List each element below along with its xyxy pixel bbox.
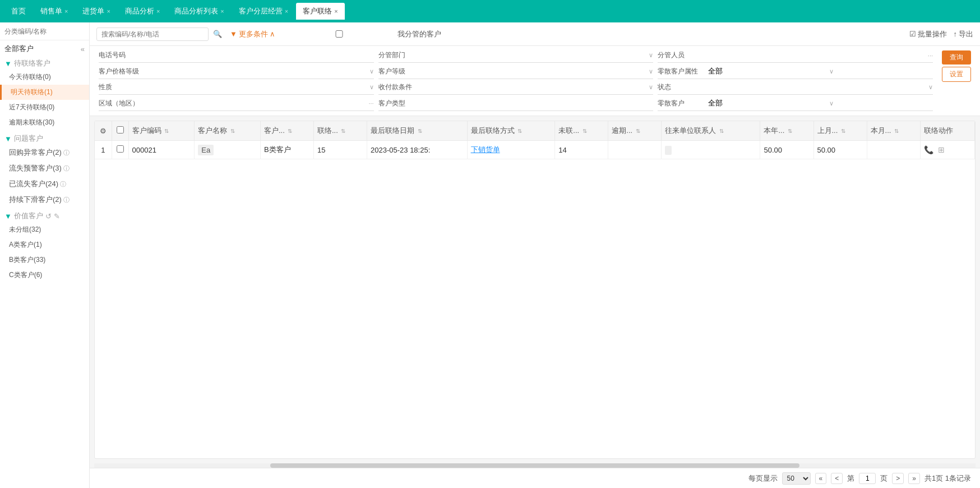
toolbar-search-icon[interactable]: 🔍 bbox=[213, 30, 222, 38]
last-method-link[interactable]: 下销货单 bbox=[471, 145, 500, 154]
price-level-dropdown-icon[interactable]: ∨ bbox=[369, 68, 374, 75]
sort-contacts-icon: ⇅ bbox=[341, 128, 345, 134]
nav-customer-contact[interactable]: 客户联络 × bbox=[296, 3, 344, 20]
filter-nature-input[interactable] bbox=[147, 84, 366, 91]
customer-level-dropdown-icon[interactable]: ∨ bbox=[649, 68, 653, 75]
sidebar-item-churned[interactable]: 已流失客户(24) ⓘ bbox=[0, 176, 89, 192]
horizontal-scrollbar[interactable] bbox=[94, 463, 976, 468]
status-dropdown-icon[interactable]: ∨ bbox=[928, 84, 933, 91]
sidebar-item-tomorrow[interactable]: 明天待联络(1) bbox=[0, 85, 89, 100]
col-name[interactable]: 客户名称 ⇅ bbox=[195, 121, 261, 141]
export-btn[interactable]: ↑ 导出 bbox=[954, 29, 974, 39]
payment-dropdown-icon[interactable]: ∨ bbox=[649, 84, 653, 91]
setting-button[interactable]: 设置 bbox=[942, 67, 971, 82]
close-customer-contact-icon[interactable]: × bbox=[334, 8, 338, 15]
nav-sales[interactable]: 销售单 × bbox=[34, 3, 75, 20]
nature-dropdown-icon[interactable]: ∨ bbox=[369, 84, 374, 91]
select-all-checkbox[interactable] bbox=[117, 126, 124, 133]
filter-customer-type-input[interactable] bbox=[427, 99, 654, 107]
more-filter-btn[interactable]: ▼ 更多条件 ∧ bbox=[226, 27, 279, 42]
filter-scattered-attr-input[interactable] bbox=[726, 67, 825, 75]
close-purchase-icon[interactable]: × bbox=[107, 8, 110, 15]
col-last-month[interactable]: 上月... ⇅ bbox=[813, 121, 867, 141]
col-last-date[interactable]: 最后联络日期 ⇅ bbox=[367, 121, 468, 141]
col-checkbox[interactable] bbox=[112, 121, 128, 141]
scrollbar-thumb[interactable] bbox=[270, 463, 799, 468]
sort-last-method-icon: ⇅ bbox=[517, 128, 522, 134]
sidebar-item-overdue[interactable]: 逾期未联络(30) bbox=[0, 115, 89, 130]
person-more-icon[interactable]: ··· bbox=[928, 52, 933, 59]
next-page-btn[interactable]: > bbox=[892, 473, 904, 484]
nav-analysis-list[interactable]: 商品分析列表 × bbox=[168, 3, 230, 20]
nav-analysis[interactable]: 商品分析 × bbox=[118, 3, 167, 20]
sidebar-search-input[interactable] bbox=[4, 27, 89, 35]
col-no-contact[interactable]: 未联... ⇅ bbox=[555, 121, 608, 141]
filter-customer-level-input[interactable] bbox=[427, 67, 646, 75]
query-button[interactable]: 查询 bbox=[942, 50, 971, 65]
sidebar-item-repurchase[interactable]: 回购异常客户(2) ⓘ bbox=[0, 145, 89, 160]
all-customers-section[interactable]: 全部客户 « bbox=[0, 40, 89, 55]
filter-scattered-customer-input[interactable] bbox=[726, 99, 825, 107]
row-last-method[interactable]: 下销货单 bbox=[467, 141, 555, 159]
close-customer-tier-icon[interactable]: × bbox=[285, 8, 288, 15]
region-more-icon[interactable]: ··· bbox=[369, 100, 374, 107]
row-checkbox[interactable] bbox=[112, 141, 128, 159]
close-analysis-icon[interactable]: × bbox=[156, 8, 160, 15]
batch-op-btn[interactable]: ☑ 批量操作 bbox=[909, 29, 947, 39]
col-this-month[interactable]: 本月... ⇅ bbox=[867, 121, 920, 141]
grid-action-icon[interactable]: ⊞ bbox=[938, 145, 945, 154]
sidebar-item-class-b[interactable]: B类客户(33) bbox=[0, 252, 89, 268]
close-analysis-list-icon[interactable]: × bbox=[220, 8, 224, 15]
pagination-bar: 每页显示 50 100 200 « < 第 页 > » 共1页 1条记录 bbox=[90, 468, 980, 488]
sidebar-item-class-c[interactable]: C类客户(6) bbox=[0, 268, 89, 283]
col-last-method[interactable]: 最后联络方式 ⇅ bbox=[467, 121, 555, 141]
filter-dept-input[interactable] bbox=[427, 52, 646, 59]
sidebar-item-churn-risk[interactable]: 流失预警客户(3) ⓘ bbox=[0, 160, 89, 176]
per-page-select[interactable]: 50 100 200 bbox=[782, 472, 811, 485]
sidebar-item-class-a[interactable]: A类客户(1) bbox=[0, 237, 89, 252]
edit-value-icon[interactable]: ✎ bbox=[54, 212, 60, 220]
col-this-year[interactable]: 本年... ⇅ bbox=[760, 121, 813, 141]
my-customers-checkbox[interactable] bbox=[283, 30, 395, 38]
col-code[interactable]: 客户编码 ⇅ bbox=[128, 121, 195, 141]
first-page-btn[interactable]: « bbox=[815, 473, 827, 484]
col-contacts-person[interactable]: 往来单位联系人 ⇅ bbox=[662, 121, 760, 141]
sidebar-item-today[interactable]: 今天待联络(0) bbox=[0, 70, 89, 85]
row-last-date: 2023-05-23 18:25: bbox=[367, 141, 468, 159]
refresh-icon[interactable]: ↺ bbox=[45, 212, 52, 220]
last-page-btn[interactable]: » bbox=[908, 473, 920, 484]
nav-customer-tier[interactable]: 客户分层经营 × bbox=[232, 3, 295, 20]
filter-person-input[interactable] bbox=[706, 52, 924, 59]
scattered-customer-dropdown-icon[interactable]: ∨ bbox=[829, 100, 834, 107]
gear-icon[interactable]: ⚙ bbox=[100, 127, 107, 135]
row-select-checkbox[interactable] bbox=[117, 145, 124, 153]
col-overdue[interactable]: 逾期... ⇅ bbox=[608, 121, 662, 141]
all-customers-collapse-icon[interactable]: « bbox=[81, 45, 85, 53]
filter-payment-input[interactable] bbox=[427, 84, 646, 91]
filter-price-level-input[interactable] bbox=[147, 67, 366, 75]
scattered-attr-dropdown-icon[interactable]: ∨ bbox=[829, 68, 834, 75]
sidebar-item-week[interactable]: 近7天待联络(0) bbox=[0, 100, 89, 115]
filter-scattered-attr-value: 全部 bbox=[708, 66, 723, 76]
dept-dropdown-icon[interactable]: ∨ bbox=[649, 52, 653, 59]
sidebar-item-declining[interactable]: 持续下滑客户(2) ⓘ bbox=[0, 192, 89, 208]
filter-region-input[interactable] bbox=[147, 99, 366, 107]
batch-op-icon: ☑ bbox=[909, 30, 916, 38]
filter-status-input[interactable] bbox=[706, 84, 925, 91]
close-sales-icon[interactable]: × bbox=[64, 8, 68, 15]
col-type[interactable]: 客户... ⇅ bbox=[260, 121, 313, 141]
page-input[interactable] bbox=[859, 473, 876, 484]
col-gear[interactable]: ⚙ bbox=[95, 121, 112, 141]
nav-home[interactable]: 首页 bbox=[4, 3, 33, 20]
sidebar-item-ungrouped[interactable]: 未分组(32) bbox=[0, 222, 89, 237]
my-customers-checkbox-label[interactable]: 我分管的客户 bbox=[283, 29, 441, 39]
col-contacts[interactable]: 联络... ⇅ bbox=[314, 121, 367, 141]
search-input[interactable] bbox=[96, 27, 209, 41]
phone-action-icon[interactable]: 📞 bbox=[924, 145, 933, 154]
filter-phone-input[interactable] bbox=[147, 52, 374, 59]
nav-purchase[interactable]: 进货单 × bbox=[76, 3, 117, 20]
prev-page-btn[interactable]: < bbox=[831, 473, 843, 484]
filter-panel: 电话号码 分管部门 ∨ 分管人员 ··· bbox=[90, 46, 980, 116]
problem-customers-label: 问题客户 bbox=[14, 133, 43, 144]
info-icon-churn: ⓘ bbox=[63, 165, 70, 172]
